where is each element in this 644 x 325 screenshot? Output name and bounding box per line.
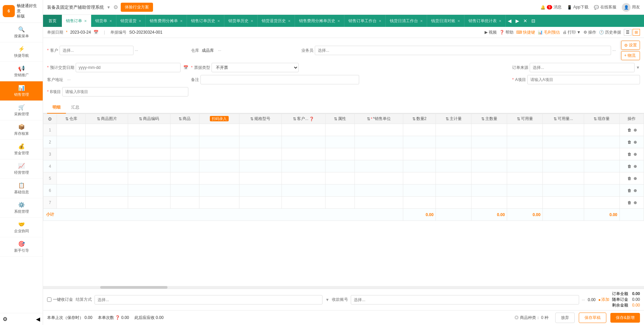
th-gear[interactable]: ⚙: [43, 114, 57, 124]
row-5-custcode[interactable]: [281, 172, 326, 185]
tab-next-btn[interactable]: ▶: [514, 18, 521, 24]
row-3-current[interactable]: [584, 148, 619, 160]
b-project-input[interactable]: [62, 87, 188, 96]
row-3-available2[interactable]: [543, 148, 584, 160]
profit-btn[interactable]: 📊 毛利预估: [538, 30, 560, 35]
row-6-copy-btn[interactable]: ⊕: [634, 188, 637, 193]
tab-close-workspace[interactable]: ✕: [379, 19, 381, 23]
collapse-icon[interactable]: ◀: [36, 316, 40, 322]
date-picker-icon[interactable]: 📅: [183, 65, 188, 70]
row-6-qty2[interactable]: [403, 185, 435, 197]
row-2-unit[interactable]: [354, 136, 403, 148]
sidebar-item-inventory[interactable]: 📦 库存核算: [0, 120, 43, 140]
row-4-unit[interactable]: [354, 160, 403, 172]
a-project-input[interactable]: [527, 75, 640, 84]
row-2-available[interactable]: [507, 136, 543, 148]
row-1-scan[interactable]: [199, 124, 239, 136]
cust-addr-more-btn[interactable]: ···: [67, 77, 71, 82]
row-5-unit[interactable]: [354, 172, 403, 185]
tab-more-btn[interactable]: ✕: [521, 18, 529, 24]
remark-input[interactable]: [200, 75, 359, 84]
dropdown-icon[interactable]: ▼: [107, 5, 111, 10]
tab-return-history[interactable]: 销货退货历史 ✕: [258, 15, 295, 27]
row-3-mainqty[interactable]: [471, 148, 507, 160]
row-3-attr[interactable]: [326, 148, 354, 160]
help-btn[interactable]: ❓ 帮助: [499, 30, 514, 35]
row-4-mainqty[interactable]: [471, 160, 507, 172]
order-source-dropdown[interactable]: ▼: [636, 65, 640, 70]
payment-input[interactable]: [94, 295, 323, 304]
row-2-attr[interactable]: [326, 136, 354, 148]
shortcut-btn[interactable]: ⌨ 快捷键: [516, 30, 535, 35]
customer-input[interactable]: [60, 46, 134, 55]
row-5-mainqty[interactable]: [471, 172, 507, 185]
row-6-spec[interactable]: [239, 185, 282, 197]
row-2-current[interactable]: [584, 136, 619, 148]
tab-order-workspace[interactable]: 销售订单工作台 ✕: [344, 15, 386, 27]
row-6-mainqty[interactable]: [471, 185, 507, 197]
th-warehouse[interactable]: ⇅ 仓库: [57, 114, 86, 124]
customer-more-btn[interactable]: ···: [135, 48, 138, 53]
tab-cash-daily[interactable]: 钱货日清工作台 ✕: [386, 15, 427, 27]
scrollbar-thumb[interactable]: [100, 286, 167, 289]
one-click-checkbox[interactable]: [47, 297, 51, 302]
row-5-available2[interactable]: [543, 172, 584, 185]
tab-close-invoice[interactable]: ✕: [109, 19, 112, 23]
row-7-copy-btn[interactable]: ⊕: [634, 200, 637, 205]
discard-btn[interactable]: 放弃: [555, 313, 575, 323]
tab-close-order-history[interactable]: ✕: [217, 19, 220, 23]
row-4-available[interactable]: [507, 160, 543, 172]
order-source-input[interactable]: [530, 63, 635, 72]
th-customer-code[interactable]: ⇅ 客户... ❓: [281, 114, 326, 124]
row-6-warehouse[interactable]: [57, 185, 86, 197]
tab-close-cash-daily[interactable]: ✕: [420, 19, 423, 23]
history-btn[interactable]: 🕐 历史单据: [599, 30, 621, 35]
row-1-mainunit[interactable]: [436, 124, 471, 136]
row-6-product[interactable]: [170, 185, 199, 197]
row-2-product[interactable]: [170, 136, 199, 148]
row-6-mainunit[interactable]: [436, 185, 471, 197]
row-3-warehouse[interactable]: [57, 148, 86, 160]
row-5-img[interactable]: [86, 172, 128, 185]
row-6-code[interactable]: [128, 185, 171, 197]
row-4-current[interactable]: [584, 160, 619, 172]
row-2-delete-btn[interactable]: 🗑: [628, 140, 632, 145]
row-2-mainqty[interactable]: [471, 136, 507, 148]
row-5-qty2[interactable]: [403, 172, 435, 185]
tab-detail[interactable]: 明细: [47, 102, 66, 114]
row-4-spec[interactable]: [239, 160, 282, 172]
tab-sales-order[interactable]: 销售订单 ✕: [62, 15, 91, 27]
view-btn[interactable]: ▶ 视频: [485, 30, 497, 35]
row-1-img[interactable]: [86, 124, 128, 136]
save-new-btn[interactable]: 保存&新增: [610, 313, 640, 323]
row-7-mainqty[interactable]: [471, 197, 507, 209]
th-available-more[interactable]: ⇅ 可用量...: [543, 114, 584, 124]
settings-icon[interactable]: ⚙: [3, 316, 7, 322]
row-6-attr[interactable]: [326, 185, 354, 197]
row-4-qty2[interactable]: [403, 160, 435, 172]
warehouse-more-btn[interactable]: ···: [218, 48, 221, 53]
row-2-scan[interactable]: [199, 136, 239, 148]
row-5-available[interactable]: [507, 172, 543, 185]
row-1-unit[interactable]: [354, 124, 403, 136]
row-3-code[interactable]: [128, 148, 171, 160]
row-4-custcode[interactable]: [281, 160, 326, 172]
row-1-mainqty[interactable]: [471, 124, 507, 136]
row-3-img[interactable]: [86, 148, 128, 160]
th-product[interactable]: ⇅ 商品: [170, 114, 199, 124]
sidebar-item-marketing[interactable]: 📢 营销推广: [0, 62, 43, 81]
row-1-spec[interactable]: [239, 124, 282, 136]
account-input[interactable]: [351, 295, 579, 304]
row-7-delete-btn[interactable]: 🗑: [628, 200, 632, 205]
row-7-product[interactable]: [170, 197, 199, 209]
operation-btn[interactable]: ⚙ 操作: [583, 30, 596, 35]
row-3-spec[interactable]: [239, 148, 282, 160]
layout-toggle[interactable]: ☰ ⊞: [624, 29, 640, 36]
row-2-available2[interactable]: [543, 136, 584, 148]
horizontal-scrollbar[interactable]: [43, 286, 644, 289]
row-4-delete-btn[interactable]: 🗑: [628, 164, 632, 169]
row-3-delete-btn[interactable]: 🗑: [628, 152, 632, 157]
row-7-available[interactable]: [507, 197, 543, 209]
print-btn[interactable]: 🖨 打印 ▼: [563, 30, 581, 35]
sidebar-item-sales[interactable]: 📊 销售管理: [0, 81, 43, 101]
